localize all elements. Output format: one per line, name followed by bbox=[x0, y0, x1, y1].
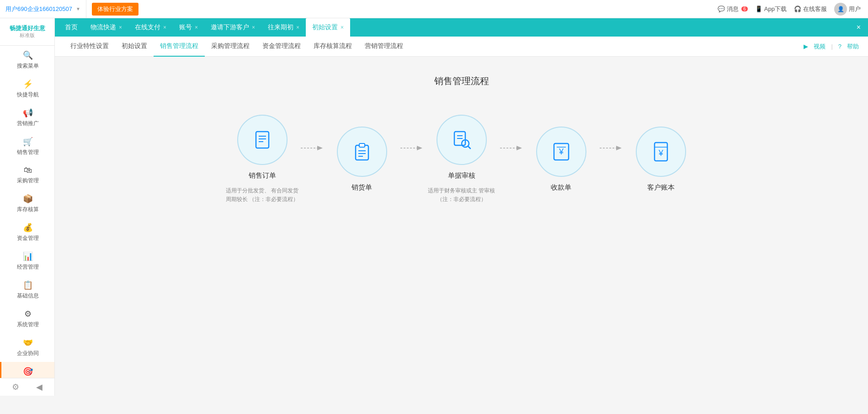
sidebar-label: 搜索菜单 bbox=[17, 62, 39, 70]
flow-arrow bbox=[399, 143, 425, 153]
sidebar-item-资金管理[interactable]: 💰资金管理 bbox=[0, 218, 54, 247]
logo-area: 畅捷通好生意 标准版 bbox=[0, 18, 54, 46]
sidebar-item-采购管理[interactable]: 🛍采购管理 bbox=[0, 161, 54, 189]
sub-tab-营销管理流程[interactable]: 营销管理流程 bbox=[358, 37, 410, 57]
sub-tab-采购管理流程[interactable]: 采购管理流程 bbox=[205, 37, 256, 57]
sidebar-label: 库存核算 bbox=[17, 206, 39, 213]
main-layout: 畅捷通好生意 标准版 🔍搜索菜单⚡快捷导航📢营销推广🛒销售管理🛍采购管理📦库存核… bbox=[0, 18, 868, 396]
collapse-icon[interactable]: ◀ bbox=[36, 382, 43, 392]
sidebar-icon: 🎯 bbox=[23, 366, 33, 377]
nav-item-物流快递[interactable]: 物流快递× bbox=[84, 18, 128, 37]
top-bar-left: 用户690企业1660120507 ▼ 体验行业方案 bbox=[0, 0, 138, 18]
flow-step-收款单[interactable]: ¥ 收款单 bbox=[525, 127, 598, 192]
svg-rect-7 bbox=[359, 143, 365, 147]
sidebar-item-新手引导[interactable]: 🎯新手引导 bbox=[0, 362, 54, 378]
nav-item-首页[interactable]: 首页 bbox=[59, 18, 84, 37]
user-id: 1660120507 bbox=[39, 5, 72, 12]
nav-item-账号[interactable]: 账号× bbox=[173, 18, 204, 37]
online-service-item[interactable]: 🎧 在线客服 bbox=[794, 5, 827, 13]
flow-step-客户账本[interactable]: ¥ 客户账本 bbox=[624, 127, 698, 192]
experience-button[interactable]: 体验行业方案 bbox=[92, 3, 138, 16]
svg-rect-0 bbox=[256, 132, 269, 148]
flow-step-title: 单据审核 bbox=[448, 171, 475, 180]
svg-text:¥: ¥ bbox=[658, 149, 663, 158]
flow-circle-销货单 bbox=[337, 127, 387, 177]
sidebar-icon: ⚡ bbox=[23, 79, 33, 89]
sidebar: 畅捷通好生意 标准版 🔍搜索菜单⚡快捷导航📢营销推广🛒销售管理🛍采购管理📦库存核… bbox=[0, 18, 55, 396]
sidebar-item-搜索菜单[interactable]: 🔍搜索菜单 bbox=[0, 46, 54, 74]
close-icon[interactable]: × bbox=[296, 24, 299, 31]
nav-item-在线支付[interactable]: 在线支付× bbox=[128, 18, 173, 37]
close-icon[interactable]: × bbox=[341, 24, 344, 31]
sidebar-icon: 📢 bbox=[23, 108, 33, 118]
chevron-down-icon: ▼ bbox=[76, 6, 80, 11]
video-label[interactable]: 视频 bbox=[814, 42, 825, 51]
online-service-label: 在线客服 bbox=[803, 5, 827, 13]
flow-step-销货单[interactable]: 销货单 bbox=[325, 127, 399, 192]
sidebar-item-经营管理[interactable]: 📊经营管理 bbox=[0, 247, 54, 276]
sub-tab-库存核算流程[interactable]: 库存核算流程 bbox=[307, 37, 358, 57]
sidebar-item-销售管理[interactable]: 🛒销售管理 bbox=[0, 132, 54, 161]
sidebar-item-库存核算[interactable]: 📦库存核算 bbox=[0, 189, 54, 218]
sidebar-label: 企业协同 bbox=[17, 350, 39, 357]
close-icon[interactable]: × bbox=[252, 24, 255, 31]
svg-marker-12 bbox=[417, 146, 422, 150]
nav-item-初始设置[interactable]: 初始设置× bbox=[306, 18, 350, 37]
sub-tab-销售管理流程[interactable]: 销售管理流程 bbox=[154, 37, 205, 57]
sub-tab-行业特性设置[interactable]: 行业特性设置 bbox=[64, 37, 115, 57]
username-label: 用户 bbox=[849, 5, 861, 13]
sidebar-icon: 🤝 bbox=[23, 338, 33, 348]
help-label[interactable]: 帮助 bbox=[847, 42, 859, 51]
close-icon[interactable]: × bbox=[163, 24, 166, 31]
nav-item-邀请下游客户[interactable]: 邀请下游客户× bbox=[204, 18, 261, 37]
sidebar-label: 销售管理 bbox=[17, 149, 39, 156]
sidebar-item-快捷导航[interactable]: ⚡快捷导航 bbox=[0, 74, 54, 103]
nav-bar: 首页物流快递×在线支付×账号×邀请下游客户×往来期初×初始设置×× bbox=[55, 18, 868, 37]
user-select[interactable]: 用户690企业1660120507 ▼ bbox=[0, 0, 86, 18]
flow-circle-单据审核 bbox=[437, 115, 487, 165]
settings-icon[interactable]: ⚙ bbox=[12, 382, 19, 392]
logo-text: 畅捷通好生意 bbox=[10, 25, 45, 32]
flow-step-单据审核[interactable]: 单据审核适用于财务审核或主 管审核 （注：非必要流程） bbox=[425, 115, 498, 204]
nav-item-往来期初[interactable]: 往来期初× bbox=[261, 18, 306, 37]
svg-line-17 bbox=[468, 146, 470, 149]
sub-tab-资金管理流程[interactable]: 资金管理流程 bbox=[256, 37, 307, 57]
message-badge: 6 bbox=[741, 6, 748, 11]
sidebar-item-营销推广[interactable]: 📢营销推广 bbox=[0, 103, 54, 132]
flow-step-title: 销货单 bbox=[351, 183, 372, 192]
sidebar-icon: ⚙ bbox=[24, 309, 32, 319]
sidebar-label: 系统管理 bbox=[17, 321, 39, 329]
sidebar-item-系统管理[interactable]: ⚙系统管理 bbox=[0, 304, 54, 333]
sidebar-icon: 📋 bbox=[23, 280, 33, 290]
sidebar-icon: 📦 bbox=[23, 194, 33, 204]
sidebar-item-企业协同[interactable]: 🤝企业协同 bbox=[0, 333, 54, 362]
sidebar-label: 快捷导航 bbox=[17, 91, 39, 99]
flow-circle-收款单: ¥ bbox=[536, 127, 586, 177]
flow-step-销售订单[interactable]: 销售订单适用于分批发货、 有合同发货周期较长 （注：非必要流程） bbox=[226, 115, 299, 204]
flow-circle-销售订单 bbox=[237, 115, 288, 165]
sidebar-menu: 🔍搜索菜单⚡快捷导航📢营销推广🛒销售管理🛍采购管理📦库存核算💰资金管理📊经营管理… bbox=[0, 46, 54, 378]
flow-arrow bbox=[598, 143, 624, 153]
close-all-tabs[interactable]: × bbox=[853, 23, 864, 32]
top-bar: 用户690企业1660120507 ▼ 体验行业方案 💬 消息 6 📱 App下… bbox=[0, 0, 868, 18]
sub-tab-初始设置[interactable]: 初始设置 bbox=[115, 37, 154, 57]
message-icon: 💬 bbox=[718, 5, 725, 12]
close-icon[interactable]: × bbox=[119, 24, 122, 31]
sidebar-label: 经营管理 bbox=[17, 263, 39, 271]
flow-arrow bbox=[299, 143, 325, 153]
flow-step-title: 客户账本 bbox=[647, 183, 675, 192]
flow-title: 销售管理流程 bbox=[434, 75, 489, 87]
sidebar-icon: 🛒 bbox=[23, 137, 33, 147]
sidebar-item-基础信息[interactable]: 📋基础信息 bbox=[0, 276, 54, 304]
app-download-item[interactable]: 📱 App下载 bbox=[755, 5, 787, 13]
headset-icon: 🎧 bbox=[794, 5, 801, 12]
sidebar-icon: 💰 bbox=[23, 223, 33, 233]
close-icon[interactable]: × bbox=[195, 24, 198, 31]
message-item[interactable]: 💬 消息 6 bbox=[718, 5, 748, 13]
flow-step-desc: 适用于财务审核或主 管审核 （注：非必要流程） bbox=[425, 186, 498, 204]
message-label: 消息 bbox=[727, 5, 739, 13]
user-label: 用户690企业 bbox=[5, 5, 39, 13]
user-avatar-area[interactable]: 👤 用户 bbox=[834, 3, 861, 16]
sidebar-label: 营销推广 bbox=[17, 120, 39, 127]
sidebar-label: 采购管理 bbox=[17, 177, 39, 185]
